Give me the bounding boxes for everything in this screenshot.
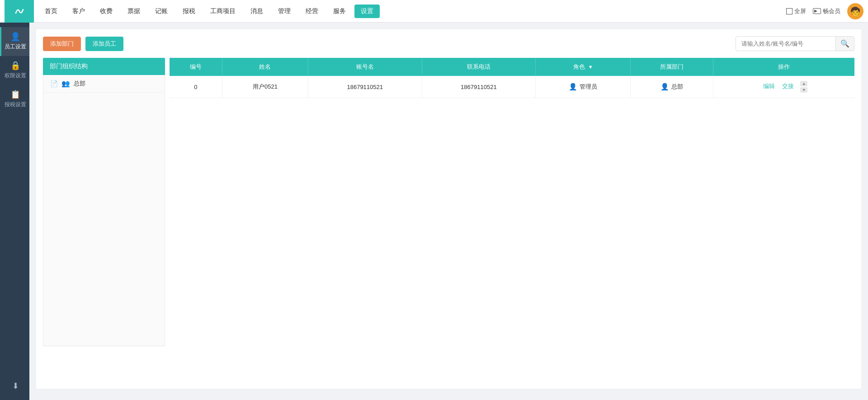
nav-customer[interactable]: 客户	[66, 5, 91, 18]
role-badge: 👤 管理员	[569, 83, 597, 91]
cell-id: 0	[170, 76, 222, 98]
scroll-controls: ▲ ▼	[800, 81, 807, 93]
vip-button[interactable]: ▶ 畅会员	[813, 7, 840, 15]
cell-role: 👤 管理员	[536, 76, 631, 98]
dept-file-icon: 📄	[50, 80, 58, 87]
dept-name: 总部	[74, 80, 85, 88]
search-box: 🔍	[736, 36, 854, 51]
col-dept: 所属部门	[631, 58, 713, 76]
nav-ticket[interactable]: 票据	[121, 5, 146, 18]
nav-items: 首页 客户 收费 票据 记账 报税 工商项目 消息 管理 经营 服务 设置	[38, 5, 786, 18]
fullscreen-icon	[786, 8, 793, 14]
filter-icon: ▼	[588, 64, 593, 70]
emp-table-panel: 编号 姓名 账号名 联系电话 角	[170, 58, 854, 346]
cell-dept: 👤 总部	[631, 76, 713, 98]
col-id: 编号	[170, 58, 222, 76]
cell-name: 用户0521	[222, 76, 308, 98]
download-icon: ⬇	[12, 382, 19, 390]
avatar[interactable]: 🧒	[847, 3, 863, 19]
vip-icon: ▶	[813, 8, 821, 14]
search-input[interactable]	[736, 38, 835, 50]
nav-service[interactable]: 服务	[327, 5, 352, 18]
cell-phone: 18679110521	[422, 76, 536, 98]
nav-fee[interactable]: 收费	[94, 5, 119, 18]
col-role[interactable]: 角色 ▼	[536, 58, 631, 76]
dept-badge: 👤 总部	[660, 83, 683, 91]
two-col-layout: 部门组织结构 📄 👥 总部 编号	[43, 58, 854, 346]
fullscreen-label: 全屏	[794, 7, 806, 15]
sidebar-item-employee[interactable]: 👤 员工设置	[0, 27, 29, 56]
employee-icon: 👤	[10, 33, 20, 41]
sidebar-item-permission[interactable]: 🔒 权限设置	[0, 56, 29, 85]
sidebar-employee-label: 员工设置	[5, 43, 26, 51]
nav-message[interactable]: 消息	[244, 5, 269, 18]
nav-manage[interactable]: 管理	[272, 5, 297, 18]
sidebar-taxsettings-label: 报税设置	[5, 101, 26, 108]
content-area: 添加部门 添加员工 🔍 部门组织结构 📄 👥	[36, 29, 861, 389]
cell-account: 18679110521	[308, 76, 422, 98]
search-icon: 🔍	[840, 40, 849, 47]
dept-user-icon: 👥	[61, 80, 70, 88]
search-button[interactable]: 🔍	[835, 37, 854, 51]
cell-ops: 编辑 交接 ▲ ▼	[713, 76, 854, 98]
col-account: 账号名	[308, 58, 422, 76]
col-ops: 操作	[713, 58, 854, 76]
dept-tree: 📄 👥 总部	[43, 75, 165, 346]
add-emp-button[interactable]: 添加员工	[85, 37, 123, 51]
sidebar: 👤 员工设置 🔒 权限设置 📋 报税设置 ⬇	[0, 23, 29, 400]
nav-operation[interactable]: 经营	[299, 5, 325, 18]
dept-panel: 部门组织结构 📄 👥 总部	[43, 58, 165, 346]
fullscreen-button[interactable]: 全屏	[786, 7, 806, 15]
col-name: 姓名	[222, 58, 308, 76]
main-content: 添加部门 添加员工 🔍 部门组织结构 📄 👥	[29, 23, 868, 400]
add-dept-button[interactable]: 添加部门	[43, 37, 81, 51]
edit-link[interactable]: 编辑	[763, 83, 775, 89]
col-phone: 联系电话	[422, 58, 536, 76]
dept-user-icon: 👤	[660, 83, 669, 91]
vip-label: 畅会员	[823, 7, 840, 15]
scroll-up-btn[interactable]: ▲	[800, 81, 807, 86]
toolbar: 添加部门 添加员工 🔍	[43, 36, 854, 51]
logo	[5, 0, 34, 23]
nav-tax[interactable]: 报税	[176, 5, 202, 18]
avatar-icon: 🧒	[850, 6, 860, 16]
sidebar-bottom-action[interactable]: ⬇	[0, 376, 29, 395]
nav-settings[interactable]: 设置	[354, 5, 380, 18]
nav-home[interactable]: 首页	[38, 5, 64, 18]
top-navbar: 首页 客户 收费 票据 记账 报税 工商项目 消息 管理 经营 服务 设置 全屏…	[0, 0, 868, 23]
toolbar-left: 添加部门 添加员工	[43, 37, 123, 51]
sidebar-permission-label: 权限设置	[5, 72, 26, 80]
table-row: 0 用户0521 18679110521 18679110521	[170, 76, 854, 98]
emp-table: 编号 姓名 账号名 联系电话 角	[170, 58, 854, 98]
dept-tree-item[interactable]: 📄 👥 总部	[43, 75, 165, 93]
scroll-down-btn[interactable]: ▼	[800, 87, 807, 93]
nav-right-actions: 全屏 ▶ 畅会员 🧒	[786, 3, 863, 19]
sidebar-item-taxsettings[interactable]: 📋 报税设置	[0, 85, 29, 114]
table-header-row: 编号 姓名 账号名 联系电话 角	[170, 58, 854, 76]
dept-panel-title: 部门组织结构	[50, 62, 88, 70]
handover-link[interactable]: 交接	[782, 83, 794, 89]
taxsettings-icon: 📋	[10, 90, 20, 99]
dept-panel-header: 部门组织结构	[43, 58, 165, 75]
nav-business[interactable]: 工商项目	[204, 5, 242, 18]
nav-bookkeeping[interactable]: 记账	[149, 5, 174, 18]
role-user-icon: 👤	[569, 83, 577, 91]
permission-icon: 🔒	[10, 61, 20, 70]
